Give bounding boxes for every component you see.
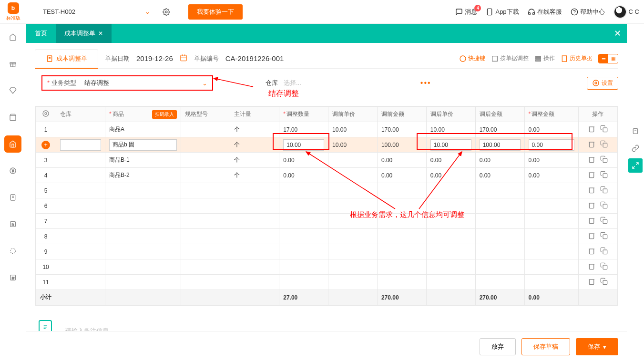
col-settings-icon[interactable] [36, 107, 56, 122]
product-input[interactable]: 商品b 固 [109, 139, 177, 151]
svg-point-17 [10, 248, 16, 254]
post-price-input[interactable]: 10.00 [430, 139, 471, 151]
tab-home[interactable]: 首页 [26, 24, 56, 43]
nav-warehouse-icon[interactable] [4, 135, 21, 153]
delete-row-icon[interactable] [588, 217, 595, 226]
svg-rect-48 [603, 265, 607, 269]
right-expand-icon[interactable] [628, 158, 643, 173]
nav-diamond-icon[interactable] [4, 82, 21, 99]
operate-link[interactable]: 操作 [534, 54, 555, 62]
delete-row-icon[interactable] [588, 155, 595, 165]
history-link[interactable]: 历史单据 [561, 54, 593, 62]
right-note-icon[interactable] [628, 124, 643, 138]
nav-home-icon[interactable] [4, 29, 21, 46]
adj-amount-input[interactable]: 0.00 [529, 139, 574, 151]
delete-row-icon[interactable] [588, 247, 595, 256]
close-all-tabs[interactable]: ✕ [608, 24, 627, 43]
add-row-icon[interactable]: + [41, 141, 50, 149]
delete-row-icon[interactable] [588, 140, 595, 149]
save-button[interactable]: 保存▾ [576, 338, 618, 355]
right-link-icon[interactable] [628, 141, 643, 155]
save-draft-button[interactable]: 保存草稿 [521, 338, 570, 355]
copy-row-icon[interactable] [600, 201, 608, 210]
copy-row-icon[interactable] [600, 232, 608, 241]
org-selector[interactable]: TEST-H002 ⌄ [38, 4, 155, 20]
warehouse-input[interactable] [60, 139, 101, 151]
view-toggle[interactable]: ☰ ▦ [598, 54, 618, 63]
copy-row-icon[interactable] [600, 140, 608, 149]
table-row[interactable]: 5 [36, 183, 618, 198]
remark-input[interactable]: 请输入备注信息 [65, 327, 618, 331]
nav-money-icon[interactable]: ¥ [4, 162, 21, 179]
copy-row-icon[interactable] [600, 247, 608, 256]
table-row[interactable]: 10 [36, 259, 618, 275]
delete-row-icon[interactable] [588, 262, 595, 271]
customer-service-link[interactable]: 在线客服 [528, 8, 562, 16]
nav-report-icon[interactable]: R [4, 216, 21, 233]
scan-entry-button[interactable]: 扫码录入 [152, 110, 177, 119]
nav-new-icon[interactable]: 新 [4, 269, 21, 286]
copy-row-icon[interactable] [600, 171, 608, 180]
copy-row-icon[interactable] [600, 125, 608, 134]
table-row[interactable]: 1商品A个17.0010.00170.0010.00170.000.00 [36, 122, 618, 137]
delete-row-icon[interactable] [588, 278, 595, 287]
close-icon[interactable]: ✕ [98, 30, 103, 37]
nav-clipboard-icon[interactable] [4, 189, 21, 206]
copy-row-icon[interactable] [600, 186, 608, 195]
help-center-link[interactable]: 帮助中心 [571, 8, 605, 16]
delete-row-icon[interactable] [588, 171, 595, 180]
sidebar-right [627, 24, 644, 362]
trial-button[interactable]: 我要体验一下 [188, 4, 243, 20]
nav-bag-icon[interactable] [4, 109, 21, 126]
table-row[interactable]: 11 [36, 275, 618, 290]
gear-icon [592, 79, 600, 87]
nav-refresh-icon[interactable] [4, 242, 21, 259]
table-row[interactable]: 4商品B-2个0.000.000.000.000.00 [36, 168, 618, 183]
org-settings-button[interactable] [159, 4, 174, 20]
user-menu[interactable]: C C [613, 5, 639, 19]
svg-rect-42 [603, 174, 607, 178]
app-download-link[interactable]: App下载 [486, 8, 519, 16]
svg-rect-43 [603, 189, 607, 193]
delete-row-icon[interactable] [588, 186, 595, 195]
chevron-down-icon: ⌄ [202, 80, 207, 87]
grid-header-row: 仓库 商品扫码录入 规格型号 主计量 调整数量 调前单价 调前金额 调后单价 调… [36, 107, 618, 122]
table-row[interactable]: 3商品B-1个0.000.000.000.000.00 [36, 153, 618, 168]
annotation-text: 根据业务需求，这几个信息均可调整 [350, 210, 464, 219]
table-row[interactable]: 7 [36, 214, 618, 229]
help-icon [571, 8, 578, 16]
discard-button[interactable]: 放弃 [480, 338, 516, 355]
table-row[interactable]: 8 [36, 229, 618, 244]
qty-input[interactable]: 10.00 [283, 139, 324, 151]
svg-rect-44 [603, 204, 607, 208]
copy-row-icon[interactable] [600, 217, 608, 226]
calendar-icon[interactable] [180, 54, 187, 63]
delete-row-icon[interactable] [588, 232, 595, 241]
by-doc-adjust-link[interactable]: 按单据调整 [491, 54, 529, 62]
table-row[interactable]: 6 [36, 198, 618, 214]
table-row[interactable]: +商品b 固个10.0010.00100.0010.00100.000.00 [36, 137, 618, 153]
logo[interactable]: b 标准版 [0, 2, 26, 21]
tab-cost-adjust[interactable]: 成本调整单 ✕ [56, 24, 112, 43]
col-spec: 规格型号 [181, 107, 230, 122]
hotkey-link[interactable]: 快捷键 [459, 54, 485, 62]
business-type-select[interactable]: *业务类型 结存调整 ⌄ [41, 75, 213, 91]
svg-point-37 [45, 113, 47, 114]
grid-view-icon[interactable]: ▦ [608, 54, 618, 63]
list-view-icon[interactable]: ☰ [599, 54, 608, 63]
warehouse-select[interactable]: 仓库 选择... [266, 79, 301, 87]
main-area: 首页 成本调整单 ✕ ✕ 成本调整单 单据日期 2019-12-26 [26, 24, 627, 362]
doc-date-value[interactable]: 2019-12-26 [136, 54, 173, 62]
settings-button[interactable]: 设置 [587, 77, 618, 90]
more-icon[interactable]: ••• [420, 79, 431, 87]
delete-row-icon[interactable] [588, 201, 595, 210]
post-amount-input[interactable]: 100.00 [480, 139, 521, 151]
copy-row-icon[interactable] [600, 155, 608, 165]
delete-row-icon[interactable] [588, 125, 595, 134]
logo-text: 标准版 [6, 15, 20, 21]
copy-row-icon[interactable] [600, 262, 608, 271]
table-row[interactable]: 9 [36, 244, 618, 259]
nav-gift-icon[interactable] [4, 55, 21, 72]
copy-row-icon[interactable] [600, 278, 608, 287]
messages-link[interactable]: 消息 4 [455, 8, 477, 16]
